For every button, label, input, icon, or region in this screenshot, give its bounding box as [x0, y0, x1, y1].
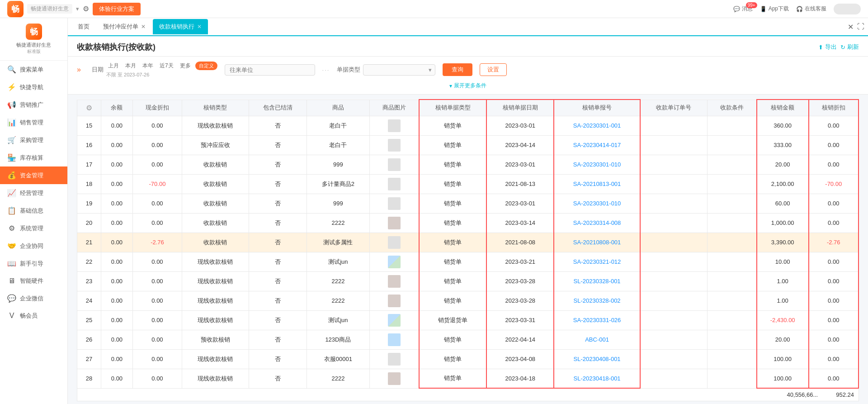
refresh-button[interactable]: ↻ 刷新: [840, 43, 859, 51]
cell-bill-report-date: 2023-03-01: [486, 116, 554, 135]
cell-cancel-type: 收款核销: [182, 213, 249, 233]
date-more[interactable]: 更多: [178, 61, 193, 71]
cell-cash-discount: -70.00: [133, 174, 182, 194]
bill-report-no-link[interactable]: SA-20230301-010: [573, 200, 621, 207]
sidebar-item-system[interactable]: ⚙ 系统管理: [0, 219, 67, 237]
header-actions: ⬆ 导出 ↻ 刷新: [818, 43, 859, 51]
cell-bill-report-date: 2021-08-08: [486, 233, 554, 252]
cell-row-no: 17: [77, 155, 101, 174]
sidebar-item-quicknav[interactable]: ⚡ 快捷导航: [0, 78, 67, 96]
sidebar-item-hardware[interactable]: 🖥 智能硬件: [0, 272, 67, 290]
app-download-btn[interactable]: 📱 App下载: [760, 5, 789, 13]
bill-report-no-link[interactable]: SA-20210808-001: [573, 239, 621, 246]
table-row: 15 0.00 0.00 现线收款核销 否 老白干 销货单 2023-03-01…: [77, 116, 859, 135]
sidebar-item-purchase[interactable]: 🛒 采购管理: [0, 131, 67, 149]
cell-bill-report-date: 2023-04-08: [486, 349, 554, 369]
cell-cash-discount: 0.00: [133, 291, 182, 310]
cell-balance: 0.00: [101, 194, 132, 213]
industry-btn[interactable]: 体验行业方案: [93, 3, 141, 15]
brand-name: 畅捷通谱好生意: [27, 4, 72, 14]
sidebar-item-sales[interactable]: 📊 销售管理: [0, 114, 67, 131]
footer-cancel-discount: 952.24: [836, 391, 854, 398]
app-icon: 📱: [760, 6, 767, 12]
tab-prepayment-label: 预付冲应付单: [103, 23, 138, 31]
cell-goods: 衣服00001: [307, 349, 369, 369]
cell-row-no: 26: [77, 330, 101, 349]
cell-cancel-amount: 1.00: [757, 271, 809, 291]
date-label: 日期: [92, 66, 104, 74]
cell-balance: 0.00: [101, 349, 132, 369]
online-service-btn[interactable]: 🎧 在线客服: [796, 5, 826, 13]
date-this-month[interactable]: 本月: [123, 61, 138, 71]
minimize-icon[interactable]: ✕: [848, 23, 854, 31]
cell-cancel-discount: 0.00: [809, 310, 859, 330]
expand-more-btn[interactable]: ▾ 展开更多条件: [449, 82, 486, 90]
tab-receipt-cancel-label: 收款核销执行: [159, 23, 194, 31]
tab-prepayment[interactable]: 预付冲应付单 ✕: [97, 19, 152, 34]
date-this-year[interactable]: 本年: [141, 61, 155, 71]
cell-include-settled: 否: [249, 155, 307, 174]
sidebar-item-collab[interactable]: 🤝 企业协同: [0, 237, 67, 255]
cell-goods: 123D商品: [307, 330, 369, 349]
date-7-days[interactable]: 近7天: [158, 61, 175, 71]
cell-row-no: 18: [77, 174, 101, 194]
sidebar-item-member[interactable]: V 畅会员: [0, 307, 67, 324]
sidebar-item-operations[interactable]: 📈 经营管理: [0, 184, 67, 202]
sidebar-item-label: 系统管理: [20, 224, 43, 233]
col-settings-header: ⚙: [77, 100, 101, 116]
cell-cash-discount: 0.00: [133, 213, 182, 233]
bill-report-no-link[interactable]: SA-20230301-010: [573, 161, 621, 168]
member-icon: V: [7, 312, 16, 320]
sidebar-item-guide[interactable]: 📖 新手引导: [0, 255, 67, 272]
tab-home[interactable]: 首页: [71, 19, 96, 34]
tab-receipt-cancel[interactable]: 收款核销执行 ✕: [153, 19, 208, 34]
bill-report-no-link[interactable]: SL-20230328-001: [574, 278, 621, 285]
bill-report-no-link[interactable]: SA-20230301-001: [573, 122, 621, 129]
bill-report-no-link[interactable]: ABC-001: [585, 336, 609, 343]
cell-bill-report-date: 2023-04-14: [486, 135, 554, 155]
cell-goods: 测试多属性: [307, 233, 369, 252]
bill-report-no-link[interactable]: SA-20230314-008: [573, 219, 621, 226]
sidebar-item-finance[interactable]: 💰 资金管理: [0, 166, 67, 184]
cell-cash-discount: 0.00: [133, 349, 182, 369]
date-custom[interactable]: 自定义: [195, 62, 217, 70]
sidebar-item-marketing[interactable]: 📢 营销推广: [0, 96, 67, 114]
cell-include-settled: 否: [249, 310, 307, 330]
sidebar-item-label: 搜索菜单: [20, 66, 43, 74]
sidebar-item-inventory[interactable]: 🏪 库存核算: [0, 149, 67, 166]
bill-report-no-link[interactable]: SA-20230331-026: [573, 317, 621, 323]
tab-prepayment-close[interactable]: ✕: [141, 24, 146, 30]
export-button[interactable]: ⬆ 导出: [818, 43, 837, 51]
settings-button[interactable]: 设置: [480, 63, 507, 76]
sidebar-item-basic-info[interactable]: 📋 基础信息: [0, 202, 67, 219]
cell-receipt-order-no: [640, 310, 707, 330]
bill-report-no-link[interactable]: SL-20230408-001: [574, 356, 621, 362]
filter-bar: » 日期 上月 本月 本年 近7天 更多 自定义 不限 至 2023-07-26: [68, 57, 868, 95]
partner-input[interactable]: [225, 64, 315, 76]
maximize-icon[interactable]: ⛶: [857, 23, 864, 31]
query-button[interactable]: 查询: [443, 63, 472, 76]
bill-report-no-link[interactable]: SL-20230418-001: [574, 375, 621, 382]
message-btn[interactable]: 💬 消息 99+: [733, 5, 753, 13]
cell-goods: 老白干: [307, 116, 369, 135]
tab-receipt-cancel-close[interactable]: ✕: [197, 24, 202, 30]
bill-report-no-link[interactable]: SA-20230321-012: [573, 258, 621, 265]
bill-report-no-link[interactable]: SL-20230328-002: [574, 297, 621, 304]
guide-icon: 📖: [7, 259, 16, 268]
sidebar-item-wechat[interactable]: 💬 企业微信: [0, 290, 67, 307]
expand-left-btn[interactable]: »: [77, 66, 81, 74]
col-settings-icon[interactable]: ⚙: [86, 104, 92, 112]
date-prev-month[interactable]: 上月: [106, 61, 121, 71]
sidebar-item-label: 企业微信: [20, 295, 43, 303]
cell-cancel-type: 现线收款核销: [182, 369, 249, 388]
bill-report-no-link[interactable]: SA-20230414-017: [573, 142, 621, 148]
sidebar-item-search[interactable]: 🔍 搜索菜单: [0, 61, 67, 78]
chevron-icon[interactable]: ▾: [76, 5, 79, 12]
cell-cancel-amount: 60.00: [757, 194, 809, 213]
table-row: 16 0.00 0.00 预冲应应收 否 老白干 销货单 2023-04-14 …: [77, 135, 859, 155]
bill-report-no-link[interactable]: SA-20210813-001: [573, 181, 621, 187]
gear-icon[interactable]: ⚙: [83, 5, 89, 13]
bill-type-select[interactable]: 销货单 销货退货单: [363, 64, 435, 76]
user-avatar[interactable]: [834, 4, 861, 14]
sidebar: 畅 畅捷通谱好生意 标准版 🔍 搜索菜单 ⚡ 快捷导航 📢 营销推广 📊 销售管…: [0, 18, 68, 404]
